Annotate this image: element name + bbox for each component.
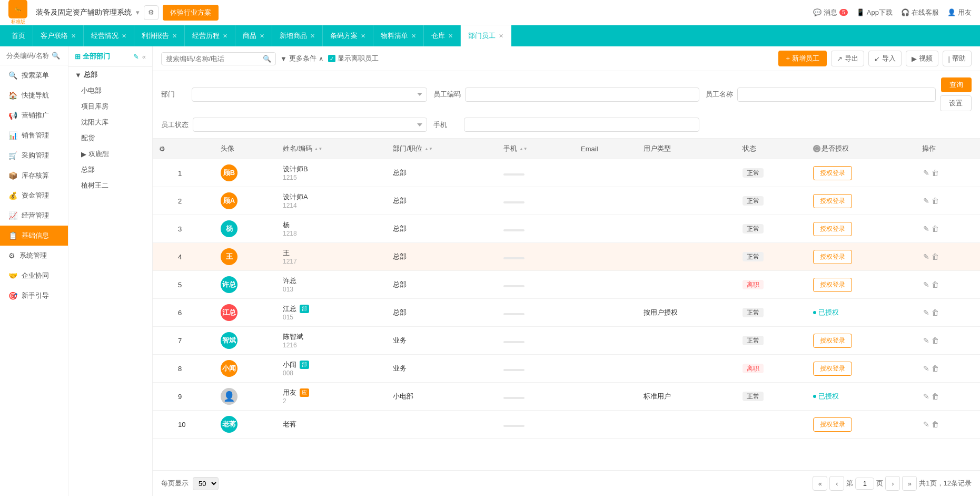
dept-tree-item-distribution[interactable]: 配货 bbox=[68, 130, 152, 146]
tab-profit[interactable]: 利润报告 ✕ bbox=[134, 25, 185, 46]
dept-tree-item-shenyang[interactable]: 沈阳大库 bbox=[68, 114, 152, 130]
export-button[interactable]: ↗ 导出 bbox=[831, 51, 864, 66]
auth-login-button[interactable]: 授权登录 bbox=[813, 222, 852, 236]
settings-button[interactable]: 设置 bbox=[940, 95, 972, 111]
dropdown-icon[interactable]: ▾ bbox=[136, 8, 140, 16]
auth-login-button[interactable]: 授权登录 bbox=[813, 278, 852, 292]
auth-login-button[interactable]: 授权登录 bbox=[813, 194, 852, 208]
sidebar-item-sales[interactable]: 📊 销售管理 bbox=[0, 125, 68, 145]
tab-customer-close[interactable]: ✕ bbox=[71, 33, 76, 40]
delete-button[interactable]: 🗑 bbox=[930, 168, 940, 178]
dept-tree-item-xiaodian[interactable]: 小电部 bbox=[68, 83, 152, 99]
tab-barcode-close[interactable]: ✕ bbox=[361, 33, 365, 40]
show-resigned-checkbox[interactable]: ✓ bbox=[328, 55, 335, 62]
search-input[interactable] bbox=[166, 55, 261, 63]
view-button[interactable]: ▶ 视频 bbox=[906, 51, 938, 66]
auth-login-button[interactable]: 授权登录 bbox=[813, 417, 852, 432]
filter-dept-select[interactable] bbox=[192, 87, 427, 102]
tab-home[interactable]: 首页 bbox=[4, 25, 33, 46]
dept-tree-item-headquarter[interactable]: ▼ 总部 bbox=[68, 67, 152, 83]
search-icon[interactable]: 🔍 bbox=[263, 55, 271, 63]
edit-button[interactable]: ✎ bbox=[922, 391, 930, 402]
tab-warehouse[interactable]: 仓库 ✕ bbox=[424, 25, 461, 46]
sidebar-item-finance[interactable]: 💰 资金管理 bbox=[0, 186, 68, 206]
sidebar-item-nav[interactable]: 🏠 快捷导航 bbox=[0, 85, 68, 105]
help-button[interactable]: | 帮助 bbox=[943, 51, 972, 66]
sidebar-item-basic-info[interactable]: 📋 基础信息 bbox=[0, 226, 68, 246]
filter-more-btn[interactable]: ▼ 更多条件 ∧ bbox=[280, 54, 324, 63]
authorized-info-icon[interactable]: ⓘ bbox=[813, 145, 820, 152]
th-dept[interactable]: 部门/职位 ▲▼ bbox=[387, 139, 497, 159]
filter-empname-input[interactable] bbox=[737, 87, 936, 102]
tab-add-goods-close[interactable]: ✕ bbox=[310, 33, 315, 40]
show-resigned-toggle[interactable]: ✓ 显示离职员工 bbox=[328, 54, 379, 63]
th-phone[interactable]: 手机 ▲▼ bbox=[497, 139, 575, 159]
delete-button[interactable]: 🗑 bbox=[930, 223, 940, 234]
tab-goods[interactable]: 商品 ✕ bbox=[235, 25, 272, 46]
auth-login-button[interactable]: 授权登录 bbox=[813, 334, 852, 348]
sidebar-item-marketing[interactable]: 📢 营销推广 bbox=[0, 105, 68, 125]
delete-button[interactable]: 🗑 bbox=[930, 307, 940, 318]
prev-page-btn[interactable]: ‹ bbox=[829, 476, 844, 491]
tab-bom-close[interactable]: ✕ bbox=[411, 33, 416, 40]
delete-button[interactable]: 🗑 bbox=[930, 363, 940, 374]
name-sort-icon[interactable]: ▲▼ bbox=[314, 147, 323, 151]
filter-status-select[interactable] bbox=[193, 118, 427, 132]
tab-bom[interactable]: 物料清单 ✕ bbox=[373, 25, 424, 46]
filter-empcode-input[interactable] bbox=[465, 87, 699, 102]
first-page-btn[interactable]: « bbox=[813, 476, 827, 491]
th-settings[interactable]: ⚙ bbox=[153, 139, 172, 159]
tab-history-close[interactable]: ✕ bbox=[223, 33, 227, 40]
tab-dept-staff-close[interactable]: ✕ bbox=[499, 33, 503, 40]
delete-button[interactable]: 🗑 bbox=[930, 196, 940, 206]
import-button[interactable]: ↙ 导入 bbox=[868, 51, 902, 66]
auth-login-button[interactable]: 授权登录 bbox=[813, 166, 852, 180]
th-name[interactable]: 姓名/编码 ▲▼ bbox=[276, 139, 387, 159]
tab-operations[interactable]: 经营情况 ✕ bbox=[84, 25, 134, 46]
page-input[interactable] bbox=[855, 478, 874, 490]
dept-tree-item-shuanglu[interactable]: ▶ 双鹿想 bbox=[68, 146, 152, 162]
gear-button[interactable]: ⚙ bbox=[144, 5, 159, 20]
tab-barcode[interactable]: 条码方案 ✕ bbox=[323, 25, 373, 46]
next-page-btn[interactable]: › bbox=[885, 476, 900, 491]
tab-goods-close[interactable]: ✕ bbox=[260, 33, 264, 40]
app-download-item[interactable]: 📱 App下载 bbox=[856, 8, 893, 17]
dept-tree-item-plant[interactable]: 植树王二 bbox=[68, 178, 152, 193]
dept-edit-icon[interactable]: ✎ bbox=[133, 53, 139, 61]
edit-button[interactable]: ✎ bbox=[922, 307, 930, 318]
tab-operations-close[interactable]: ✕ bbox=[122, 33, 126, 40]
delete-button[interactable]: 🗑 bbox=[930, 335, 940, 346]
edit-button[interactable]: ✎ bbox=[922, 223, 930, 234]
delete-button[interactable]: 🗑 bbox=[930, 419, 940, 430]
edit-button[interactable]: ✎ bbox=[922, 335, 930, 346]
add-employee-button[interactable]: + 新增员工 bbox=[778, 51, 826, 66]
auth-login-button[interactable]: 授权登录 bbox=[813, 250, 852, 264]
trial-button[interactable]: 体验行业方案 bbox=[163, 5, 219, 21]
phone-sort-icon[interactable]: ▲▼ bbox=[519, 147, 528, 151]
tab-dept-staff[interactable]: 部门员工 ✕ bbox=[461, 25, 511, 46]
edit-button[interactable]: ✎ bbox=[922, 168, 930, 178]
sidebar-item-purchase[interactable]: 🛒 采购管理 bbox=[0, 145, 68, 166]
sidebar-item-search-menu[interactable]: 🔍 搜索菜单 bbox=[0, 65, 68, 85]
sidebar-search-icon[interactable]: 🔍 bbox=[52, 52, 60, 60]
edit-button[interactable]: ✎ bbox=[922, 363, 930, 374]
tab-warehouse-close[interactable]: ✕ bbox=[448, 33, 453, 40]
delete-button[interactable]: 🗑 bbox=[930, 279, 940, 290]
sidebar-item-business[interactable]: 📈 经营管理 bbox=[0, 206, 68, 226]
tab-customer[interactable]: 客户联络 ✕ bbox=[33, 25, 84, 46]
edit-button[interactable]: ✎ bbox=[922, 251, 930, 262]
delete-button[interactable]: 🗑 bbox=[930, 251, 940, 262]
search-button[interactable]: 查询 bbox=[941, 77, 972, 92]
sidebar-item-inventory[interactable]: 📦 库存核算 bbox=[0, 166, 68, 186]
sidebar-item-collab[interactable]: 🤝 企业协同 bbox=[0, 266, 68, 286]
message-item[interactable]: 💬 消息 5 bbox=[813, 8, 848, 17]
edit-button[interactable]: ✎ bbox=[922, 196, 930, 206]
sidebar-item-guide[interactable]: 🎯 新手引导 bbox=[0, 286, 68, 306]
auth-login-button[interactable]: 授权登录 bbox=[813, 362, 852, 376]
dept-sort-icon[interactable]: ▲▼ bbox=[424, 147, 433, 151]
filter-phone-input[interactable] bbox=[464, 118, 699, 132]
user-item[interactable]: 👤 用友 bbox=[947, 8, 972, 17]
online-service-item[interactable]: 🎧 在线客服 bbox=[901, 8, 939, 17]
edit-button[interactable]: ✎ bbox=[922, 279, 930, 290]
dept-tree-item-zongbu[interactable]: 总部 bbox=[68, 162, 152, 178]
